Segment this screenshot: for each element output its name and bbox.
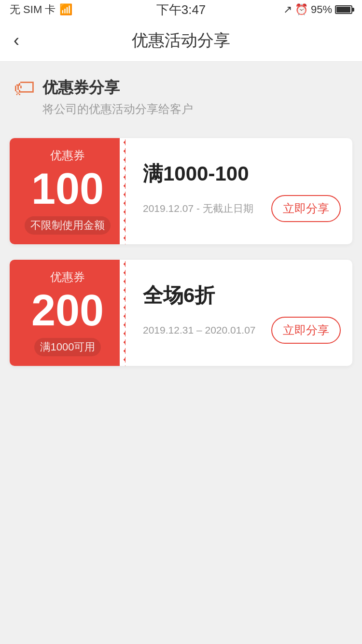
- nav-bar: ‹ 优惠活动分享: [0, 19, 362, 62]
- battery-icon: [335, 5, 352, 14]
- coupon-amount-2: 200: [31, 289, 104, 332]
- coupon-name-1: 满1000-100: [143, 160, 341, 187]
- section-text-block: 优惠券分享 将公司的优惠活动分享给客户: [42, 77, 193, 117]
- section-title: 优惠券分享: [42, 77, 193, 98]
- status-bar: 无 SIM 卡 📶 下午3:47 ↗ ⏰ 95%: [0, 0, 362, 19]
- status-time: 下午3:47: [156, 1, 206, 18]
- coupon-bottom-row-1: 2019.12.07 - 无截止日期 立即分享: [143, 195, 341, 222]
- coupon-share-button-2[interactable]: 立即分享: [271, 317, 341, 344]
- status-left: 无 SIM 卡 📶: [10, 2, 72, 17]
- coupon-card-2: 优惠券 200 满1000可用 全场6折 2019.12.31 – 2020.0…: [10, 260, 352, 366]
- empty-area: [0, 374, 362, 644]
- coupon-date-1: 2019.12.07 - 无截止日期: [143, 202, 266, 215]
- sim-text: 无 SIM 卡: [10, 2, 56, 17]
- back-button[interactable]: ‹: [14, 30, 19, 51]
- status-right: ↗ ⏰ 95%: [283, 3, 352, 16]
- wifi-icon: 📶: [59, 3, 72, 16]
- coupon-right-2: 全场6折 2019.12.31 – 2020.01.07 立即分享: [125, 260, 352, 366]
- battery-percent: 95%: [311, 3, 332, 16]
- coupon-amount-1: 100: [31, 167, 104, 210]
- coupon-left-1: 优惠券 100 不限制使用金额: [10, 138, 125, 244]
- coupon-section-icon: 🏷: [14, 77, 35, 98]
- coupon-label-1: 优惠券: [50, 148, 85, 163]
- section-subtitle: 将公司的优惠活动分享给客户: [42, 101, 193, 117]
- coupon-condition-2: 满1000可用: [34, 338, 101, 356]
- coupon-card: 优惠券 100 不限制使用金额 满1000-100 2019.12.07 - 无…: [10, 138, 352, 244]
- coupon-condition-1: 不限制使用金额: [25, 216, 111, 235]
- coupon-left-2: 优惠券 200 满1000可用: [10, 260, 125, 366]
- coupon-bottom-row-2: 2019.12.31 – 2020.01.07 立即分享: [143, 317, 341, 344]
- page-title: 优惠活动分享: [132, 29, 230, 52]
- section-header: 🏷 优惠券分享 将公司的优惠活动分享给客户: [0, 62, 362, 126]
- coupon-label-2: 优惠券: [50, 269, 85, 285]
- coupon-name-2: 全场6折: [143, 282, 341, 309]
- coupon-list: 优惠券 100 不限制使用金额 满1000-100 2019.12.07 - 无…: [0, 126, 362, 374]
- coupon-date-2: 2019.12.31 – 2020.01.07: [143, 324, 266, 336]
- coupon-right-1: 满1000-100 2019.12.07 - 无截止日期 立即分享: [125, 138, 352, 244]
- direction-icon: ↗: [283, 3, 292, 16]
- alarm-icon: ⏰: [295, 3, 308, 16]
- coupon-share-button-1[interactable]: 立即分享: [271, 195, 341, 222]
